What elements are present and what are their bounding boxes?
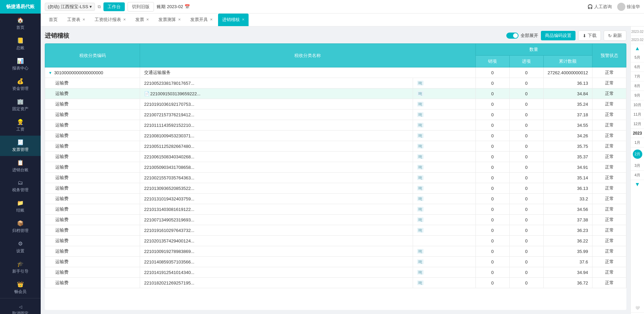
cumulative-cell: 36.72 <box>543 278 592 288</box>
unit-cell: 吨 <box>413 162 475 173</box>
table-row[interactable]: 运输费 2210131403081619122... 吨 0 0 34.56 正… <box>45 204 626 215</box>
tab-salary[interactable]: 工资表 ✕ <box>63 14 89 26</box>
tab-invoice-calc[interactable]: 发票测算 ✕ <box>154 14 185 26</box>
cumulative-cell: 35.75 <box>543 141 592 152</box>
sidebar-item-sales-ledger[interactable]: 📋 进销台账 <box>0 156 41 176</box>
status-cell: 正常 <box>592 67 626 78</box>
tab-invoice[interactable]: 发票 ✕ <box>131 14 153 26</box>
tab-invoice-calc-close[interactable]: ✕ <box>178 18 181 21</box>
table-row[interactable]: 运输费 2210191610297643732... 吨 0 0 36.23 正… <box>45 225 626 236</box>
sidebar-item-label: 结账 <box>16 208 24 213</box>
sales-cell: 0 <box>475 67 509 78</box>
sidebar-item-funds[interactable]: 💰 资金管理 <box>0 75 41 95</box>
sidebar-item-label: 进销台账 <box>12 167 28 173</box>
panel-month-10[interactable]: 10月 <box>631 100 644 110</box>
panel-month-3[interactable]: 3月 <box>631 161 644 171</box>
sidebar-item-salary[interactable]: 👷 工资 <box>0 115 41 136</box>
table-row[interactable]: 运输费 2210072157376219412... 吨 0 0 37.18 正… <box>45 110 626 120</box>
unit-cell: 吨 <box>413 246 475 257</box>
sidebar-item-assets[interactable]: 🏢 固定资产 <box>0 95 41 115</box>
sidebar: 畅捷通易代账 🏠 首页 📒 总账 📊 报表中心 💰 资金管理 🏢 固定资产 👷 … <box>0 0 41 314</box>
table-row[interactable]: 运输费 2210191036192170753... 吨 0 0 35.24 正… <box>45 99 626 110</box>
table-row[interactable]: 运输费 2210140859357103566... 吨 0 0 37.6 正常 <box>45 257 626 267</box>
tax-code-cell: 运输费 <box>45 131 140 141</box>
tab-salary-close[interactable]: ✕ <box>82 18 85 21</box>
table-row[interactable]: 运输费 2210130936520853522... 吨 0 0 36.13 正… <box>45 183 626 194</box>
sidebar-item-tax[interactable]: 🗂 税务管理 <box>0 176 41 196</box>
period-calendar-icon[interactable]: 📅 <box>184 4 190 9</box>
sidebar-item-guide[interactable]: 🎓 新手引导 <box>0 257 41 278</box>
sidebar-item-label: 工资 <box>16 126 24 132</box>
company-selector[interactable]: (勿动) 江西报宝-LSS ▾ <box>45 3 95 11</box>
page-title: 进销稽核 <box>45 32 69 40</box>
tab-sales-check-close[interactable]: ✕ <box>242 18 245 21</box>
table-row[interactable]: 运输费 2210051125282667480... 吨 0 0 35.75 正… <box>45 141 626 152</box>
sidebar-item-invoice[interactable]: 🧾 发票管理 <box>0 136 41 156</box>
switch-version-button[interactable]: 切到旧版 <box>128 2 154 12</box>
download-button[interactable]: ⬇ 下载 <box>578 31 601 41</box>
table-row[interactable]: ▾ 30100000000000000000 交通运输服务 0 0 27262.… <box>45 67 626 78</box>
sidebar-item-ledger[interactable]: 📒 总账 <box>0 34 41 54</box>
tab-salary-report-close[interactable]: ✕ <box>123 18 126 21</box>
invoice-num-cell: 2210191610297643732... <box>140 225 413 236</box>
panel-month-7[interactable]: 7月 <box>631 72 644 81</box>
ledger-icon: 📒 <box>17 37 24 44</box>
sidebar-item-label: 税务管理 <box>12 187 28 193</box>
table-row[interactable]: 运输费 2210021557035764363... 吨 0 0 35.14 正… <box>45 173 626 183</box>
table-row[interactable]: 运输费 2210050903431708658... 吨 0 0 34.91 正… <box>45 162 626 173</box>
workbench-button[interactable]: 工作台 <box>103 2 125 11</box>
sidebar-item-vip[interactable]: 👑 畅会员 <box>0 278 41 298</box>
settings-button[interactable]: 商品编码设置 <box>541 31 575 40</box>
table-row[interactable]: 运输费 2210081009453230371... 吨 0 0 34.26 正… <box>45 131 626 141</box>
panel-month-2-active[interactable]: 2月 <box>633 150 642 159</box>
tax-code-cell: 运输费 <box>45 236 140 246</box>
panel-heart-icon[interactable]: 🤍 <box>631 304 644 313</box>
toggle-track[interactable] <box>506 33 519 39</box>
refresh-button[interactable]: ↻ 刷新 <box>604 31 626 41</box>
table-row[interactable]: 运输费 📄2210091503139659222... 吨 0 0 34.84 … <box>45 89 626 99</box>
panel-month-5[interactable]: 5月 <box>631 53 644 62</box>
period-value: 2023-02 <box>167 4 183 9</box>
table-row[interactable]: 运输费 2210100919278983869... 吨 0 0 35.99 正… <box>45 246 626 257</box>
sidebar-item-settings[interactable]: ⚙ 设置 <box>0 237 41 257</box>
user-button[interactable]: 徐淦华 <box>617 3 640 11</box>
panel-month-4[interactable]: 4月 <box>631 171 644 180</box>
panel-month-12[interactable]: 12月 <box>631 119 644 129</box>
panel-month-1[interactable]: 1月 <box>631 138 644 148</box>
col-header-tax-code: 税收分类编码 <box>45 44 140 67</box>
table-row[interactable]: 运输费 2210071349052319693... 吨 0 0 37.38 正… <box>45 215 626 225</box>
panel-month-11[interactable]: 11月 <box>631 110 644 119</box>
unpin-label: 取消固定 <box>12 311 28 314</box>
panel-arrow-up[interactable]: ▲ <box>633 44 642 53</box>
panel-month-6[interactable]: 6月 <box>631 62 644 72</box>
support-button[interactable]: 🎧 人工咨询 <box>587 4 612 10</box>
table-row[interactable]: 运输费 2210111143592152210... 吨 0 0 34.55 正… <box>45 120 626 131</box>
table-row[interactable]: 运输费 2210141912541014340... 吨 0 0 34.94 正… <box>45 267 626 278</box>
sidebar-item-report[interactable]: 📊 报表中心 <box>0 54 41 75</box>
table-row[interactable]: 运输费 2210061508340340268... 吨 0 0 35.37 正… <box>45 152 626 162</box>
sidebar-item-archive[interactable]: 📦 归档管理 <box>0 217 41 237</box>
table-row[interactable]: 运输费 2210201357429400124... 0 0 36.22 正常 <box>45 236 626 246</box>
unit-tag: 吨 <box>417 175 424 180</box>
copy-icon[interactable]: ⧉ <box>98 4 101 9</box>
tab-invoice-close[interactable]: ✕ <box>146 18 149 21</box>
panel-arrow-down[interactable]: ▼ <box>633 180 642 189</box>
table-row[interactable]: 运输费 2210131019432403759... 吨 0 0 33.2 正常 <box>45 194 626 204</box>
table-row[interactable]: 运输费 2210052338178017657... 吨 0 0 36.13 正… <box>45 78 626 89</box>
tab-salary-report[interactable]: 工资统计报表 ✕ <box>91 14 130 26</box>
expand-toggle[interactable]: 全部展开 <box>506 33 538 39</box>
invoice-num-cell: 2210061508340340268... <box>140 152 413 162</box>
toggle-thumb <box>513 33 518 38</box>
unit-cell: 吨 <box>413 78 475 89</box>
expand-icon[interactable]: ▾ <box>49 70 52 75</box>
tab-invoice-issue[interactable]: 发票开具 ✕ <box>186 14 217 26</box>
table-row[interactable]: 运输费 2210182021269257195... 吨 0 0 36.72 正… <box>45 278 626 288</box>
panel-month-8[interactable]: 8月 <box>631 81 644 91</box>
panel-month-9[interactable]: 9月 <box>631 91 644 100</box>
sidebar-item-home[interactable]: 🏠 首页 <box>0 14 41 34</box>
tab-invoice-issue-close[interactable]: ✕ <box>210 18 213 21</box>
tab-sales-check[interactable]: 进销稽核 ✕ <box>218 14 249 26</box>
sidebar-item-unpin[interactable]: ◁ 取消固定 <box>0 301 41 314</box>
tab-home[interactable]: 首页 <box>45 14 62 26</box>
sidebar-item-close[interactable]: 📁 结账 <box>0 196 41 217</box>
